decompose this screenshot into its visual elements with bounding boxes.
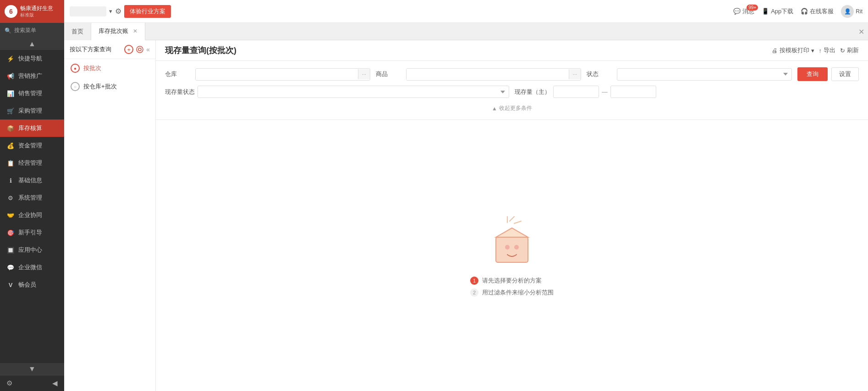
add-filter-btn[interactable]: + <box>124 45 133 54</box>
status-select[interactable] <box>617 68 792 81</box>
sidebar-item-label-6: 经营管理 <box>18 159 42 167</box>
inventory-status-label: 现存量状态 <box>165 88 195 96</box>
filter-item-warehouse-batch[interactable]: ○ 按仓库+批次 <box>64 77 155 96</box>
settings-btn[interactable]: 设置 <box>831 67 859 81</box>
sidebar-item-label-4: 库存核算 <box>18 124 42 132</box>
sidebar-item-label-11: 应用中心 <box>18 246 42 254</box>
sidebar-item-2[interactable]: 📊 销售管理 <box>0 85 64 102</box>
sidebar-item-label-10: 新手引导 <box>18 228 42 237</box>
settings-icon[interactable]: ⚙ <box>6 379 12 387</box>
online-service-label: 在线客服 <box>810 7 834 16</box>
sidebar-item-0[interactable]: ⚡ 快捷导航 <box>0 50 64 67</box>
inventory-qty-min[interactable] <box>553 86 599 98</box>
nav-icon-11: 🔲 <box>6 246 15 254</box>
collapse-filter-btn[interactable]: « <box>146 46 150 53</box>
collapse-more-conditions[interactable]: ▲ 收起更多条件 <box>165 103 859 116</box>
collapse-sidebar-icon[interactable]: ◀ <box>52 379 58 387</box>
sidebar-item-13[interactable]: V 畅会员 <box>0 276 64 293</box>
page-title: 现存量查询(按批次) <box>165 45 236 56</box>
inventory-status-select[interactable] <box>198 86 509 98</box>
svg-point-6 <box>514 245 519 250</box>
refresh-btn[interactable]: ↻ 刷新 <box>840 46 859 54</box>
warehouse-input[interactable] <box>196 69 358 80</box>
inventory-qty-field: 现存量（主） — <box>515 86 859 98</box>
breadcrumb-input[interactable] <box>70 6 106 16</box>
filter-item-batch-label: 按批次 <box>83 64 101 72</box>
chevron-up-icon: ▲ <box>492 105 497 112</box>
tab-inventory-close[interactable]: ✕ <box>133 28 137 34</box>
sidebar-item-3[interactable]: 🛒 采购管理 <box>0 102 64 119</box>
tab-inventory-label: 库存批次账 <box>99 27 128 35</box>
sidebar-item-label-7: 基础信息 <box>18 176 42 185</box>
print-label: 按模板打印 <box>780 46 809 54</box>
page-header-actions: 🖨 按模板打印 ▾ ↑ 导出 ↻ 刷新 <box>772 46 859 54</box>
sidebar-item-11[interactable]: 🔲 应用中心 <box>0 241 64 259</box>
user-profile-btn[interactable]: 👤 Rit <box>841 5 863 18</box>
sidebar-item-10[interactable]: 🎯 新手引导 <box>0 224 64 241</box>
collapse-label: 收起更多条件 <box>499 104 532 112</box>
query-btn[interactable]: 查询 <box>797 67 828 81</box>
empty-tip-2: 2 用过滤条件来缩小分析范围 <box>470 288 554 297</box>
product-input[interactable] <box>407 69 569 80</box>
print-dropdown-icon: ▾ <box>811 47 814 54</box>
sidebar-item-5[interactable]: 💰 资金管理 <box>0 137 64 154</box>
tab-home[interactable]: 首页 <box>64 23 91 40</box>
sidebar-item-4[interactable]: 📦 库存核算 <box>0 119 64 137</box>
svg-point-0 <box>137 46 143 53</box>
inventory-status-field: 现存量状态 <box>165 86 509 98</box>
query-btn-group: 查询 设置 <box>797 67 859 81</box>
search-icon: 🔍 <box>5 27 11 34</box>
product-more-btn[interactable]: ··· <box>569 69 581 79</box>
nav-icon-6: 📋 <box>6 159 15 167</box>
message-badge: 99+ <box>747 5 758 11</box>
breadcrumb-dropdown-btn[interactable]: ▾ <box>109 8 112 15</box>
nav-icon-12: 💬 <box>6 263 15 272</box>
filter-item-batch[interactable]: ● 按批次 <box>64 59 155 77</box>
topbar-gear-btn[interactable]: ⚙ <box>115 7 121 16</box>
qty-dash: — <box>602 88 608 95</box>
message-btn[interactable]: 💬 消息 99+ <box>733 7 754 16</box>
empty-tips: 1 请先选择要分析的方案 2 用过滤条件来缩小分析范围 <box>470 277 554 297</box>
sidebar-item-label-1: 营销推广 <box>18 72 42 80</box>
filter-item-warehouse-batch-icon: ○ <box>71 82 80 91</box>
empty-tip-1: 1 请先选择要分析的方案 <box>470 277 554 285</box>
sidebar-scroll-down[interactable]: ▼ <box>0 363 64 375</box>
sidebar-item-9[interactable]: 🤝 企业协同 <box>0 206 64 224</box>
sidebar-item-6[interactable]: 📋 经营管理 <box>0 154 64 172</box>
export-btn[interactable]: ↑ 导出 <box>819 46 836 54</box>
nav-icon-7: ℹ <box>6 176 15 185</box>
filter-panel-title: 按以下方案查询 <box>70 45 111 54</box>
sidebar-search[interactable]: 🔍 搜索菜单 <box>0 23 64 38</box>
avatar-icon: 👤 <box>844 8 851 15</box>
inventory-qty-max[interactable] <box>610 86 656 98</box>
settings-filter-btn[interactable] <box>136 46 143 53</box>
online-service-btn[interactable]: 🎧 在线客服 <box>801 7 834 16</box>
nav-icon-1: 📢 <box>6 72 15 80</box>
sidebar-item-1[interactable]: 📢 营销推广 <box>0 67 64 85</box>
print-icon: 🖨 <box>772 47 778 54</box>
settings-filter-icon <box>136 46 143 53</box>
tabbar-close-btn[interactable]: ✕ <box>858 27 864 36</box>
sidebar-scroll-up[interactable]: ▲ <box>0 38 64 50</box>
sidebar-item-7[interactable]: ℹ 基础信息 <box>0 172 64 189</box>
export-icon: ↑ <box>819 47 822 54</box>
sidebar-item-label-5: 资金管理 <box>18 141 42 150</box>
tab-inventory[interactable]: 库存批次账 ✕ <box>91 23 145 40</box>
svg-point-5 <box>505 245 510 250</box>
sidebar-item-12[interactable]: 💬 企业微信 <box>0 259 64 276</box>
warehouse-input-group: ··· <box>195 68 370 81</box>
empty-illustration <box>484 214 539 269</box>
tip-text-1: 请先选择要分析的方案 <box>482 277 542 285</box>
app-download-btn[interactable]: 📱 App下载 <box>762 7 793 16</box>
tabbar: 首页 库存批次账 ✕ ✕ <box>64 23 868 40</box>
username: Rit <box>856 8 863 15</box>
trial-btn[interactable]: 体验行业方案 <box>124 5 171 18</box>
warehouse-more-btn[interactable]: ··· <box>358 69 370 79</box>
page-header: 现存量查询(按批次) 🖨 按模板打印 ▾ ↑ 导出 ↻ 刷新 <box>156 40 868 61</box>
sidebar-item-label-8: 系统管理 <box>18 194 42 202</box>
online-service-icon: 🎧 <box>801 8 808 15</box>
topbar-right: 💬 消息 99+ 📱 App下载 🎧 在线客服 👤 Rit <box>733 5 863 18</box>
sidebar-item-8[interactable]: ⚙ 系统管理 <box>0 189 64 206</box>
print-btn[interactable]: 🖨 按模板打印 ▾ <box>772 46 814 54</box>
app-download-label: App下载 <box>771 7 793 16</box>
